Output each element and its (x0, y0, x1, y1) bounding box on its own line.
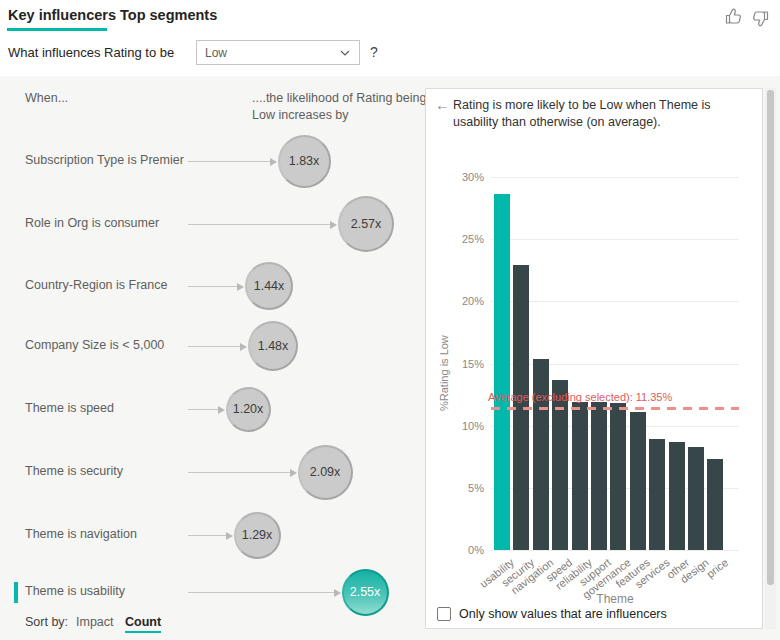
active-tab-underline (7, 28, 107, 31)
influencer-label[interactable]: Theme is speed (25, 401, 114, 415)
y-tick-label: 30% (446, 171, 484, 183)
influencers-checkbox-label: Only show values that are influencers (459, 607, 667, 621)
influence-question-label: What influences Rating to be (8, 45, 174, 60)
tab-top-segments[interactable]: Top segments (120, 7, 217, 23)
y-axis-label: %Rating is Low (438, 335, 450, 411)
back-arrow-icon[interactable]: ← (435, 96, 450, 113)
y-tick-label: 0% (446, 544, 484, 556)
chevron-down-icon (339, 47, 351, 59)
influencer-bubble[interactable]: 2.55x (342, 569, 389, 616)
scrollbar-thumb[interactable] (767, 90, 774, 585)
influencer-label[interactable]: Company Size is < 5,000 (25, 338, 164, 352)
influencer-arrow (188, 535, 227, 536)
gridline (491, 177, 739, 178)
influencer-arrow (188, 224, 331, 225)
bar[interactable] (707, 459, 723, 550)
y-tick-label: 10% (446, 420, 484, 432)
average-line (491, 407, 739, 410)
influencer-arrow (188, 286, 238, 287)
gridline (491, 239, 739, 240)
bar[interactable] (688, 447, 704, 550)
influencer-bubble[interactable]: 1.44x (245, 262, 293, 310)
bar[interactable] (630, 412, 646, 550)
detail-panel-title: Rating is more likely to be Low when The… (453, 97, 755, 131)
when-header: When... (25, 90, 68, 107)
sort-option-impact[interactable]: Impact (76, 615, 114, 629)
bar[interactable] (610, 403, 626, 550)
influencer-arrow (188, 592, 335, 593)
influencer-bubble[interactable]: 2.57x (338, 196, 394, 252)
bar[interactable] (591, 402, 607, 550)
y-tick-label: 15% (446, 358, 484, 370)
influencer-label[interactable]: Theme is security (25, 464, 123, 478)
y-tick-label: 25% (446, 233, 484, 245)
thumbs-down-icon[interactable] (750, 9, 772, 31)
bar[interactable] (494, 194, 510, 550)
thumbs-up-icon[interactable] (724, 6, 746, 28)
influencer-bubble[interactable]: 2.09x (298, 445, 353, 500)
y-tick-label: 20% (446, 295, 484, 307)
influencer-bubble[interactable]: 1.83x (278, 135, 331, 188)
detail-panel: ← Rating is more likely to be Low when T… (425, 88, 763, 629)
bar[interactable] (649, 439, 665, 550)
likelihood-header: ....the likelihood of Rating being Low i… (252, 90, 430, 124)
bar[interactable] (572, 402, 588, 550)
tab-key-influencers[interactable]: Key influencers (8, 7, 116, 23)
influencer-label[interactable]: Subscription Type is Premier (25, 153, 184, 167)
influencer-label[interactable]: Theme is navigation (25, 527, 137, 541)
dropdown-selected-value: Low (205, 46, 339, 60)
rating-value-dropdown[interactable]: Low (196, 40, 360, 65)
help-icon[interactable]: ? (370, 44, 378, 60)
gridline (491, 550, 739, 551)
influencer-arrow (188, 346, 241, 347)
influencer-bubble[interactable]: 1.48x (248, 321, 298, 371)
influencer-bubble[interactable]: 1.20x (226, 387, 271, 432)
bar[interactable] (669, 442, 685, 550)
influencer-label[interactable]: Role in Org is consumer (25, 216, 159, 230)
x-tick-label: price (704, 556, 730, 580)
influencer-bubble[interactable]: 1.29x (234, 512, 281, 559)
sort-by-label: Sort by: (25, 615, 68, 629)
influencer-arrow (188, 472, 291, 473)
influencer-arrow (188, 409, 219, 410)
influencer-label[interactable]: Country-Region is France (25, 278, 167, 292)
average-line-label: Average (excluding selected): 11.35% (488, 391, 672, 403)
influencer-label[interactable]: Theme is usability (25, 584, 125, 598)
key-influencers-visual: Key influencers Top segments What influe… (0, 0, 780, 640)
bar[interactable] (552, 380, 568, 550)
y-tick-label: 5% (446, 482, 484, 494)
sort-option-count[interactable]: Count (125, 615, 161, 633)
selected-influencer-indicator (14, 582, 18, 603)
influencers-checkbox[interactable] (437, 607, 451, 621)
bar[interactable] (533, 359, 549, 550)
x-axis-label: Theme (491, 592, 739, 606)
influencer-arrow (188, 161, 271, 162)
